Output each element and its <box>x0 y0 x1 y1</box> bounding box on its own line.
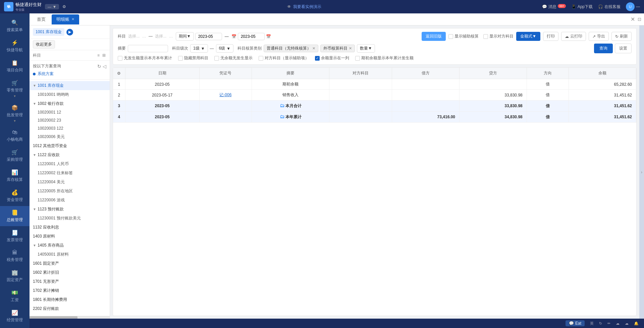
right-collapse-btn[interactable]: › <box>639 25 644 319</box>
sidebar-item-quicknav[interactable]: ⚡ 快捷导航 <box>0 36 30 56</box>
th-gear[interactable]: ⚙ <box>113 68 125 79</box>
subject-level-start-select[interactable]: 1级 ▼ <box>190 44 208 53</box>
tree-item-10020001[interactable]: 10020001 12 <box>30 108 110 116</box>
tree-item-11220006[interactable]: 11220006 游戏 <box>30 196 110 205</box>
status-eat-btn[interactable]: 💬 Eat <box>566 320 585 326</box>
tree-item-1123[interactable]: ▼ 1123 预付账款 <box>30 205 110 214</box>
sidebar-item-salary[interactable]: 💵 工资 <box>0 286 30 306</box>
user-area[interactable]: U — <box>626 2 640 11</box>
collapse-left-icon[interactable]: ◁ <box>103 64 106 69</box>
sidebar-item-purchase[interactable]: 🛒 采购管理 <box>0 146 30 166</box>
tag-foreign-close[interactable]: ✕ <box>349 46 352 51</box>
sidebar-item-tax[interactable]: 🏛 税务管理 <box>0 246 30 266</box>
btn-print[interactable]: 打印 <box>543 32 558 41</box>
period-end-input[interactable] <box>238 33 265 40</box>
tag-normal-close[interactable]: ✕ <box>312 46 315 51</box>
tab-home[interactable]: 首页 <box>32 14 50 24</box>
tab-detail[interactable]: 明细账 ✕ <box>52 14 79 24</box>
btn-amount[interactable]: 金额式▼ <box>516 32 540 41</box>
cb-balance-one-col[interactable]: ✓ 余额显示在一列 <box>315 55 349 61</box>
voucher-link-2[interactable]: 记-006 <box>219 92 231 97</box>
tree-item-10020006[interactable]: 10020006 美元 <box>30 132 110 141</box>
sidebar-item-invoice[interactable]: 🧾 发票管理 <box>0 226 30 246</box>
tree-item-1122[interactable]: ▼ 1122 应收款 <box>30 150 110 159</box>
tree-item-11220002[interactable]: 11220002 往来标签 <box>30 169 110 178</box>
tree-item-11220001[interactable]: 11220001 人民币 <box>30 159 110 169</box>
settings-btn[interactable]: ⚙ <box>62 4 66 9</box>
tree-item-1602[interactable]: 1602 累计折旧 <box>30 268 110 277</box>
tree-item-10020002[interactable]: 10020002 23 <box>30 116 110 124</box>
sidebar-item-fixed[interactable]: 🏢 固定资产 <box>0 266 30 286</box>
tree-item-1001[interactable]: ▼ 1001 库存现金 <box>30 81 110 90</box>
btn-return-old[interactable]: 返回旧版 <box>422 32 446 41</box>
tree-item-10020003[interactable]: 10020003 122 <box>30 124 110 132</box>
subject-tag[interactable]: 1001 库存现金 <box>33 28 64 36</box>
btn-settings[interactable]: 设置 <box>615 44 632 53</box>
tree-item-1403[interactable]: 1403 原材料 <box>30 232 110 241</box>
sidebar-item-retail[interactable]: 🛒 零售管理 ▼ <box>0 76 30 101</box>
left-panel-scrollbar[interactable] <box>30 316 110 319</box>
calendar-icon1[interactable]: 📅 <box>231 34 236 39</box>
sidebar-item-ops[interactable]: 📈 经营管理 <box>0 306 30 326</box>
sidebar-item-inventory[interactable]: 📊 库存核算 <box>0 166 30 186</box>
demo-link[interactable]: 我要看实例演示 <box>293 4 321 10</box>
table-scroll[interactable]: ⚙ 日期 凭证号 摘要 对方科目 借方 贷方 方向 余额 <box>113 68 636 316</box>
btn-cloud-print[interactable]: ☁ 云打印 <box>561 32 586 41</box>
cb-opening-balance[interactable]: 期初余额显示本年累计发生额 <box>355 55 414 61</box>
online-service-btn[interactable]: 🎧 在线客服 <box>598 4 621 10</box>
sidebar-item-xiaoreport[interactable]: 📑 小畅报销 <box>0 326 30 328</box>
status-cloud1[interactable]: ☁ <box>616 321 620 326</box>
nav-arrow-btn[interactable]: ▶ <box>66 29 73 36</box>
scheme-label[interactable]: 系统方案 <box>33 71 106 77</box>
sidebar-item-general[interactable]: 📒 总账管理 <box>0 206 30 226</box>
status-edit[interactable]: ✏ <box>607 321 610 326</box>
status-lang[interactable]: 英 <box>590 321 594 326</box>
cb-no-amount[interactable]: 无发生额显示本月本年累计 <box>118 55 172 61</box>
sidebar-item-wholesale[interactable]: 📦 批发管理 ▼ <box>0 101 30 126</box>
tree-item-1132[interactable]: 1132 应收利息 <box>30 223 110 232</box>
collapse-more-btn[interactable]: 收起更多 <box>33 40 55 49</box>
tree-item-10010001[interactable]: 10010001 哟哟哟 <box>30 90 110 99</box>
list-icon[interactable]: ≡ <box>97 52 100 58</box>
tree-item-1702[interactable]: 1702 累计摊销 <box>30 286 110 295</box>
subject-level-end-select[interactable]: 6级 ▼ <box>216 44 234 53</box>
grid-icon[interactable]: ⊞ <box>102 52 106 58</box>
btn-export[interactable]: ↗ 导出 <box>589 32 609 41</box>
tree-item-11220005[interactable]: 11220005 所在地区 <box>30 187 110 196</box>
btn-refresh[interactable]: ↻ 刷新 <box>611 32 632 41</box>
tree-item-1405[interactable]: ▼ 1405 库存商品 <box>30 241 110 250</box>
close-window-icon[interactable]: ✕ <box>631 16 635 22</box>
btn-query[interactable]: 查询 <box>594 44 613 53</box>
sidebar-item-project[interactable]: 📋 项目合同 <box>0 56 30 76</box>
cb-counter-display[interactable]: 对方科目（显示辅助项） <box>259 55 309 61</box>
status-refresh[interactable]: ↻ <box>599 321 602 326</box>
tree-item-1801[interactable]: 1801 长期待摊费用 <box>30 295 110 304</box>
tree-item-1002[interactable]: ▼ 1002 银行存款 <box>30 99 110 108</box>
status-bell[interactable]: 🔔 <box>634 321 639 326</box>
refresh-scheme-icon[interactable]: ↻ <box>97 64 101 69</box>
sidebar-item-search[interactable]: 🔍 搜索菜单 <box>0 16 30 36</box>
tree-item-1601[interactable]: 1601 固定资产 <box>30 259 110 268</box>
quantity-select[interactable]: 数量▼ <box>357 44 375 53</box>
period-mode-select[interactable]: 期间▼ <box>176 32 194 41</box>
sidebar-item-xiao[interactable]: 🛍 小畅电商 <box>0 126 30 146</box>
maximize-icon[interactable]: ⊡ <box>638 17 641 22</box>
calendar-icon2[interactable]: 📅 <box>266 34 271 39</box>
sidebar-item-capital[interactable]: 💰 资金管理 <box>0 186 30 206</box>
summary-input[interactable] <box>128 45 168 52</box>
tree-item-11220004[interactable]: 11220004 美元 <box>30 178 110 187</box>
td-voucher-2[interactable]: 记-006 <box>199 90 252 101</box>
tree-item-11230001[interactable]: 11230001 预付账款美元 <box>30 214 110 223</box>
tree-item-1701[interactable]: 1701 无形资产 <box>30 277 110 286</box>
status-cloud2[interactable]: ☁ <box>625 321 629 326</box>
cb-show-counter-subject[interactable]: 显示对方科目 <box>483 34 514 39</box>
tree-item-1012[interactable]: 1012 其他货币资金 <box>30 141 110 150</box>
message-btn[interactable]: 💬 消息 99+ <box>542 4 566 10</box>
cb-hide-disabled[interactable]: 隐藏禁用科目 <box>178 55 208 61</box>
tree-item-2202[interactable]: 2202 应付账款 <box>30 304 110 313</box>
period-start-input[interactable] <box>195 33 222 40</box>
tab-detail-close[interactable]: ✕ <box>71 17 74 21</box>
cb-no-balance[interactable]: 无余额无发生显示 <box>214 55 253 61</box>
tree-item-14050001[interactable]: 14050001 原材料 <box>30 250 110 259</box>
cb-show-auxiliary[interactable]: 显示辅助核算 <box>448 34 479 39</box>
